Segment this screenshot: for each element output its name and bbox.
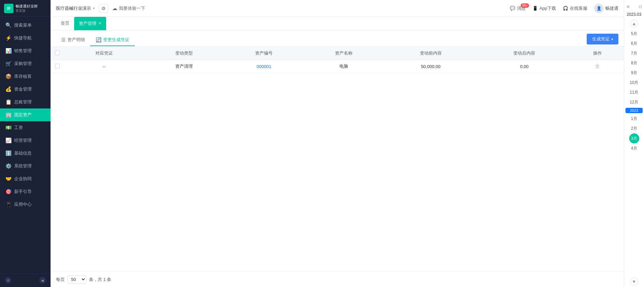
basicinfo-icon: ℹ️	[5, 150, 11, 156]
experience-button[interactable]: ☁ 我要体验一下	[112, 5, 145, 11]
month-nav-down[interactable]: ▼	[630, 278, 638, 286]
main-area: 医疗器械行业演示 ▾ ⚙ ☁ 我要体验一下 💬 消息 99+ 📱 App下载 🎧…	[51, 0, 624, 287]
month-item[interactable]: 6月	[624, 39, 644, 49]
data-table: 对应凭证 变动类型 资产编号 资产名称 变动前内容 变动后内容 操作 -- 资产…	[51, 47, 624, 73]
generate-voucher-button[interactable]: 生成凭证 ▾	[587, 34, 618, 44]
sidebar-header: 好 畅捷通好业财 普及版	[0, 0, 51, 17]
month-item[interactable]: 7月	[624, 49, 644, 58]
table-container: 对应凭证 变动类型 资产编号 资产名称 变动前内容 变动后内容 操作 -- 资产…	[51, 47, 624, 272]
sidebar-item-fixedasset[interactable]: 🏢固定资产	[0, 108, 51, 121]
sidebar-label-operations: 经营管理	[14, 137, 32, 144]
tab-assetmgmt[interactable]: 资产管理✕	[74, 17, 106, 30]
row-checkbox[interactable]	[55, 64, 60, 68]
sidebar-item-ledger[interactable]: 📋总账管理	[0, 96, 51, 108]
month-item[interactable]: 1月	[624, 114, 644, 124]
fund-icon: 💰	[5, 86, 11, 92]
sidebar-item-inventory[interactable]: 📦库存核算	[0, 70, 51, 83]
select-all-checkbox[interactable]	[55, 51, 60, 55]
settings-icon[interactable]: ⚙	[5, 277, 11, 284]
sidebar-label-guide: 新手引导	[14, 189, 32, 195]
content-area: ☰ 资产明细 🔄 变更生成凭证 生成凭证 ▾ 对应凭证	[51, 30, 624, 287]
sidebar-item-operations[interactable]: 📈经营管理	[0, 134, 51, 147]
per-page-select[interactable]: 10 20 50 100	[67, 275, 86, 284]
sidebar-item-fund[interactable]: 💰资金管理	[0, 83, 51, 96]
col-header-asset-code: 资产编号	[224, 47, 304, 60]
panel-expand-button[interactable]: ⊡	[639, 4, 642, 9]
app-download-button[interactable]: 📱 App下载	[532, 5, 556, 11]
sidebar-item-payroll[interactable]: 💵工资	[0, 121, 51, 134]
month-item[interactable]: 2月	[624, 124, 644, 133]
tab-asset-list[interactable]: ☰ 资产明细	[56, 34, 90, 46]
app-logo: 好	[4, 4, 13, 13]
search-icon: 🔍	[5, 22, 11, 28]
sidebar-label-inventory: 库存核算	[14, 73, 32, 79]
sidebar-item-search[interactable]: 🔍搜索菜单	[0, 19, 51, 32]
user-profile-button[interactable]: 👤 畅捷通	[594, 4, 618, 13]
row-delete-button[interactable]: 🗑	[595, 63, 600, 69]
table-header-row: 对应凭证 变动类型 资产编号 资产名称 变动前内容 变动后内容 操作	[51, 47, 624, 60]
tab-close-assetmgmt[interactable]: ✕	[98, 21, 101, 26]
topbar: 医疗器械行业演示 ▾ ⚙ ☁ 我要体验一下 💬 消息 99+ 📱 App下载 🎧…	[51, 0, 624, 17]
company-selector[interactable]: 医疗器械行业演示 ▾	[56, 5, 95, 11]
col-header-action: 操作	[571, 47, 624, 60]
month-item[interactable]: 8月	[624, 58, 644, 68]
right-panel: ✕ ⊡ 2023.03 ▲ 5月6月7月8月9月10月11月12月20231月2…	[624, 0, 644, 287]
sidebar-item-basicinfo[interactable]: ℹ️基础信息	[0, 147, 51, 160]
sidebar-item-sysadmin[interactable]: ⚙️系统管理	[0, 160, 51, 172]
sidebar-item-quicknav[interactable]: ⚡快捷导航	[0, 32, 51, 44]
sidebar-item-purchase[interactable]: 🛒采购管理	[0, 57, 51, 70]
month-item[interactable]: 11月	[624, 88, 644, 97]
month-item[interactable]: 10月	[624, 78, 644, 88]
month-nav-up[interactable]: ▲	[630, 20, 638, 28]
message-badge: 99+	[521, 3, 529, 8]
cell-asset-code[interactable]: 000001	[224, 60, 304, 73]
month-item[interactable]: 3月	[629, 133, 639, 144]
topbar-right: 💬 消息 99+ 📱 App下载 🎧 在线客服 👤 畅捷通	[510, 4, 618, 13]
collapse-icon[interactable]: ◀	[39, 277, 46, 284]
col-header-before-change: 变动前内容	[384, 47, 478, 60]
guide-icon: 🎯	[5, 189, 11, 195]
message-button[interactable]: 💬 消息 99+	[510, 5, 526, 11]
app-download-icon: 📱	[532, 6, 538, 11]
sidebar-item-appcenter[interactable]: 📱应用中心	[0, 198, 51, 211]
generate-voucher-label: 生成凭证	[592, 36, 610, 42]
experience-label: 我要体验一下	[119, 5, 145, 11]
pagination: 每页 10 20 50 100 条，共 1 条	[51, 272, 624, 287]
sysadmin-icon: ⚙️	[5, 163, 11, 169]
month-item[interactable]: 4月	[624, 144, 644, 153]
sidebar-item-guide[interactable]: 🎯新手引导	[0, 185, 51, 198]
month-item[interactable]: 5月	[624, 29, 644, 39]
col-header-voucher: 对应凭证	[64, 47, 144, 60]
month-item[interactable]: 9月	[624, 68, 644, 78]
cell-after-change: 0.00	[478, 60, 571, 73]
col-header-after-change: 变动后内容	[478, 47, 571, 60]
generate-dropdown-arrow: ▾	[611, 37, 613, 41]
panel-close-button[interactable]: ✕	[626, 4, 630, 9]
tab-home[interactable]: 首页	[56, 17, 74, 30]
asset-list-label: 资产明细	[67, 37, 85, 43]
customer-service-label: 在线客服	[570, 5, 587, 11]
cell-asset-name: 电脑	[304, 60, 384, 73]
sidebar-label-quicknav: 快捷导航	[14, 35, 32, 41]
topbar-gear-button[interactable]: ⚙	[99, 4, 108, 13]
per-page-label: 每页	[56, 277, 65, 283]
purchase-icon: 🛒	[5, 61, 11, 67]
app-title-block: 畅捷通好业财 普及版	[16, 4, 38, 13]
cooperation-icon: 🤝	[5, 176, 11, 182]
sidebar-item-cooperation[interactable]: 🤝企业协同	[0, 172, 51, 185]
avatar: 👤	[594, 4, 604, 13]
customer-service-button[interactable]: 🎧 在线客服	[563, 5, 587, 11]
cell-before-change: 50,000.00	[384, 60, 478, 73]
sidebar-label-purchase: 采购管理	[14, 61, 32, 67]
tab-bar: 首页资产管理✕	[51, 17, 624, 30]
sidebar-item-sales[interactable]: 📊销售管理	[0, 44, 51, 57]
table-row: -- 资产清理 000001 电脑 50,000.00 0.00 🗑	[51, 60, 624, 73]
inventory-icon: 📦	[5, 73, 11, 79]
month-item[interactable]: 12月	[624, 97, 644, 107]
sidebar-label-search: 搜索菜单	[14, 22, 32, 28]
asset-list-icon: ☰	[61, 37, 66, 42]
company-dropdown-arrow: ▾	[93, 6, 95, 10]
user-name: 畅捷通	[605, 5, 618, 11]
company-name: 医疗器械行业演示	[56, 5, 91, 11]
tab-voucher-generate[interactable]: 🔄 变更生成凭证	[90, 34, 135, 46]
